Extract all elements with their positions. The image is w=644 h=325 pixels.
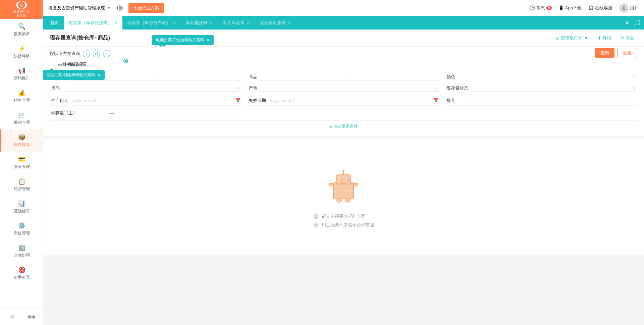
sidebar-logo: 6 畅通好生意 标准版 xyxy=(0,0,43,19)
stock-main-label: 现存量（主） xyxy=(51,110,77,116)
filter-grid-row2: 尺码 ∨ 产地 ∨ 现存量状态 xyxy=(50,82,637,95)
chevron-down-icon: ∨ xyxy=(633,86,636,91)
header-left: 装备及固定资产辅助管理系统 ▼ 体验行业方案 xyxy=(48,3,164,13)
tab-inventory-dist[interactable]: 现存量（库存分布表） ✕ xyxy=(122,16,181,30)
stock-status-select[interactable]: ∨ xyxy=(471,85,637,92)
sidebar-item-label: 销售管理 xyxy=(14,98,30,103)
user-btn[interactable]: 用户 xyxy=(619,3,639,13)
filter-batch: 批号 xyxy=(446,96,637,106)
basic-icon: 📊 xyxy=(18,200,25,207)
expiry-date-input[interactable]: yyyy-mm-dd 📅 xyxy=(269,97,439,104)
sidebar-item-inventory[interactable]: 📦 库存核算 xyxy=(0,129,43,152)
sidebar-item-basic[interactable]: 📊 基础信息 xyxy=(0,196,43,218)
origin-label: 产地 xyxy=(249,85,257,91)
stock-range-separator: — xyxy=(109,111,114,116)
back-btn[interactable]: « xyxy=(103,50,110,57)
header-right: 💬 消息 9 📱 App下载 🎧 在线客服 用户 xyxy=(530,3,639,13)
scheme-list: ▶ 电脑端方案 xyxy=(54,60,90,69)
sidebar-item-enterprise[interactable]: 🏢 企业协同 xyxy=(0,240,43,262)
expiry-date-label: 失效日期 xyxy=(249,98,266,104)
page-header: 现存量查询(按仓库+商品) 🖨 按模板打印 ▼ ⬆ 导出 ↻ 刷新 xyxy=(43,30,644,47)
stock-main-to[interactable] xyxy=(116,110,242,116)
calendar-icon[interactable]: 📅 xyxy=(433,98,438,103)
page-actions: 🖨 按模板打印 ▼ ⬆ 导出 ↻ 刷新 xyxy=(552,34,637,42)
empty-illustration xyxy=(323,165,364,206)
prod-date-input[interactable]: yyyy-mm-dd 📅 xyxy=(71,97,242,104)
batch-input[interactable] xyxy=(458,97,637,104)
sidebar-item-label: 新手引导 xyxy=(14,275,30,280)
empty-state: 1 请先选择要分析的方案 2 用过滤条件来缩小分析范围 xyxy=(43,139,644,255)
tab-inventory-status[interactable]: 现存量（库存状况表） ✕ xyxy=(64,16,122,30)
sidebar-item-label: 采购管理 xyxy=(14,120,30,125)
reset-btn[interactable]: 设置 xyxy=(617,48,637,58)
print-btn[interactable]: 🖨 按模板打印 ▼ xyxy=(552,34,591,42)
prod-date-label: 生产日期 xyxy=(51,98,68,104)
tab-summary[interactable]: 收发存汇总表 ✕ xyxy=(255,16,296,30)
svg-rect-14 xyxy=(337,198,341,202)
message-icon: 💬 xyxy=(530,5,535,10)
edit-scheme-btn[interactable]: ↺ xyxy=(93,50,100,57)
system-settings-btn[interactable] xyxy=(115,3,124,13)
tab-close-icon[interactable]: ✕ xyxy=(173,20,176,25)
page-content: 现存量查询(按仓库+商品) 🖨 按模板打印 ▼ ⬆ 导出 ↻ 刷新 xyxy=(43,30,644,325)
tab-close-all-icon[interactable]: ✕ xyxy=(624,18,631,28)
collapse-sidebar-btn[interactable]: ◀◀ xyxy=(26,312,35,321)
tab-close-icon[interactable]: ✕ xyxy=(114,20,117,25)
message-badge: 9 xyxy=(546,6,552,10)
add-scheme-btn[interactable]: + xyxy=(83,50,90,57)
sidebar-item-marketing[interactable]: 📢 营销推广 xyxy=(0,63,43,85)
sidebar-item-purchase[interactable]: 🛒 采购管理 xyxy=(0,107,43,129)
tab-batch-account[interactable]: 库存批次账 ✕ xyxy=(181,16,218,30)
avatar xyxy=(619,3,629,13)
message-btn[interactable]: 💬 消息 9 xyxy=(530,5,552,11)
top-header: 装备及固定资产辅助管理系统 ▼ 体验行业方案 💬 消息 9 📱 App下载 xyxy=(43,0,644,16)
sidebar-item-operation[interactable]: 📋 经营管理 xyxy=(0,174,43,196)
filter-prod-date: 生产日期 yyyy-mm-dd 📅 xyxy=(51,96,242,106)
sidebar-item-search[interactable]: 🔍 搜索菜单 xyxy=(0,19,43,41)
mobile-scheme-row: ▶ 移动端方案 这里可以创建和修改方案哦 ✕ xyxy=(50,60,637,70)
refresh-btn[interactable]: ↻ 刷新 xyxy=(618,34,637,42)
sidebar-item-sales[interactable]: 💰 销售管理 xyxy=(0,85,43,107)
settings-bottom-btn[interactable]: ⚙ xyxy=(7,312,17,321)
tab-close-icon[interactable]: ✕ xyxy=(247,20,250,25)
scheme-desktop[interactable]: ▶ 电脑端方案 xyxy=(58,60,90,69)
stock-status-label: 现存量状态 xyxy=(446,85,468,91)
dot-indicator-wrap xyxy=(124,59,127,63)
empty-tips: 1 请先选择要分析的方案 2 用过滤条件来缩小分析范围 xyxy=(313,213,374,228)
page-header-top: 现存量查询(按仓库+商品) 🖨 按模板打印 ▼ ⬆ 导出 ↻ 刷新 xyxy=(50,34,637,42)
goods-label: 商品 xyxy=(249,74,257,80)
filter-label: 按以下方案查询 xyxy=(50,51,80,57)
tooltip-close-icon[interactable]: ✕ xyxy=(97,73,101,77)
tab-close-icon[interactable]: ✕ xyxy=(288,20,291,25)
trial-btn[interactable]: 体验行业方案 xyxy=(128,3,164,13)
print-icon: 🖨 xyxy=(555,36,559,41)
tab-close-icon[interactable]: ✕ xyxy=(210,20,213,25)
goods-input[interactable]: ... xyxy=(260,73,439,80)
color-select[interactable]: ∨ xyxy=(458,73,637,80)
search-actions: 查询 设置 xyxy=(595,48,637,58)
filter-expiry-date: 失效日期 yyyy-mm-dd 📅 xyxy=(249,96,439,106)
stock-main-from[interactable] xyxy=(80,110,107,116)
export-btn[interactable]: ⬆ 导出 xyxy=(595,34,614,42)
tab-flow[interactable]: 出入库流水 ✕ xyxy=(218,16,255,30)
tab-maximize-icon[interactable]: ⛶ xyxy=(633,18,641,27)
tab-home[interactable]: 首页 xyxy=(46,16,64,30)
sidebar-item-system[interactable]: ⚙️ 系统管理 xyxy=(0,218,43,240)
scheme-list-inner: ▶ 电脑端方案 xyxy=(54,60,90,69)
collapse-bar[interactable]: ∧ 收起更多条件 xyxy=(50,120,637,132)
sidebar-item-guide[interactable]: 🎯 新手引导 xyxy=(0,262,43,284)
app-download-btn[interactable]: 📱 App下载 xyxy=(558,5,582,11)
size-select[interactable]: ∨ xyxy=(62,85,242,92)
sidebar-item-quick-nav[interactable]: ⚡ 快捷导航 xyxy=(0,41,43,63)
sidebar-item-finance[interactable]: 💳 资金管理 xyxy=(0,152,43,174)
system-selector[interactable]: 装备及固定资产辅助管理系统 ▼ xyxy=(48,5,111,11)
svg-point-8 xyxy=(340,179,341,181)
tab-bar-controls: ✕ ⛶ xyxy=(624,18,641,28)
filter-label-row: 按以下方案查询 + ↺ « 电脑方案可设为移动方案哦 ✕ ▶ 电脑端方案 xyxy=(50,47,637,60)
online-service-btn[interactable]: 🎧 在线客服 xyxy=(588,5,612,11)
tooltip-close-icon[interactable]: ✕ xyxy=(206,38,210,43)
search-btn[interactable]: 查询 xyxy=(595,48,614,58)
calendar-icon[interactable]: 📅 xyxy=(235,98,240,103)
filter-origin: 产地 ∨ xyxy=(249,84,439,93)
origin-select[interactable]: ∨ xyxy=(260,85,439,92)
